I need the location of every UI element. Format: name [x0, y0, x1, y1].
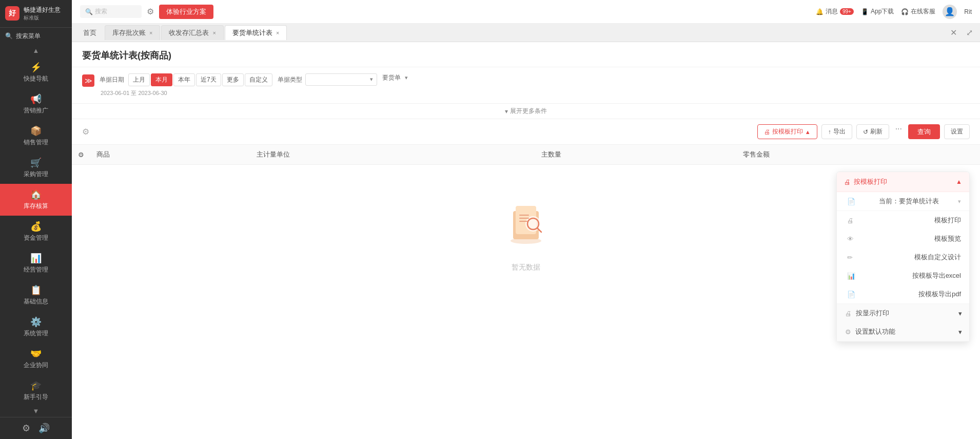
sidebar-item-operations[interactable]: 📊 经营管理 — [0, 247, 72, 279]
dropdown-items-section: 🖨 模板打印 👁 模板预览 ✏ 模板自定义设计 📊 按模板导出excel — [837, 211, 969, 304]
bell-icon: 🔔 — [816, 8, 824, 15]
sidebar-item-label-newbie: 新手引导 — [24, 393, 48, 402]
app-download-btn[interactable]: 📱 App下载 — [861, 7, 894, 16]
print-icon: 🖨 — [764, 128, 770, 136]
sidebar-item-label-quick-nav: 快捷导航 — [24, 74, 48, 83]
sidebar: 好 畅捷通好生意 标准版 🔍 搜索菜单 ▲ ⚡ 快捷导航 📢 营销推广 📦 销售… — [0, 0, 72, 439]
app-title-group: 畅捷通好生意 标准版 — [24, 6, 61, 21]
scroll-down-btn[interactable]: ▼ — [0, 405, 72, 417]
filter-expand-btn[interactable]: ≫ — [82, 74, 94, 87]
date-btn-this-month[interactable]: 本月 — [151, 73, 172, 86]
settings-bottom-icon[interactable]: ⚙ — [22, 423, 30, 434]
dropdown-item-template-excel[interactable]: 📊 按模板导出excel — [837, 266, 969, 285]
dropdown-header[interactable]: 🖨 按模板打印 ▲ — [837, 172, 969, 192]
doc-type-select-container — [305, 73, 377, 86]
main-content: 🔍 搜索 ⚙ 体验行业方案 🔔 消息 99+ 📱 App下载 🎧 在线客服 👤 … — [72, 0, 980, 439]
app-logo: 好 畅捷通好生意 标准版 — [0, 0, 72, 28]
tab-receivable-summary[interactable]: 收发存汇总表 × — [161, 25, 223, 40]
query-config-icon: ⚙ — [82, 127, 89, 137]
dropdown-item-template-custom[interactable]: ✏ 模板自定义设计 — [837, 248, 969, 266]
date-btn-custom[interactable]: 自定义 — [245, 73, 272, 86]
print-dropdown: 🖨 按模板打印 ▲ 📄 当前：要货单统计表 ▾ 🖨 模板打印 — [836, 171, 970, 342]
sidebar-item-quick-nav[interactable]: ⚡ 快捷导航 — [0, 56, 72, 88]
search-menu[interactable]: 🔍 搜索菜单 — [0, 28, 72, 45]
dropdown-item-template-preview[interactable]: 👁 模板预览 — [837, 230, 969, 248]
export-btn[interactable]: ↑ 导出 — [821, 124, 852, 139]
more-options-btn[interactable]: ··· — [893, 124, 904, 139]
table-col-quantity: 主数量 — [535, 145, 737, 165]
sidebar-item-system[interactable]: ⚙️ 系统管理 — [0, 311, 72, 343]
avatar[interactable]: 👤 — [943, 5, 957, 19]
print-btn-label: 按模板打印 — [772, 127, 803, 136]
dropdown-item-template-pdf[interactable]: 📄 按模板导出pdf — [837, 285, 969, 303]
close-tab-btn[interactable]: ✕ — [947, 27, 960, 39]
notification-label: 消息 — [826, 7, 838, 16]
date-filter-group: 单据日期 上月 本月 本年 近7天 更多 自定义 2023-06-01 至 20… — [100, 73, 272, 97]
sidebar-item-collab[interactable]: 🤝 企业协同 — [0, 343, 72, 375]
topbar-search-icon: 🔍 — [85, 8, 93, 15]
table-settings-icon[interactable]: ⚙ — [78, 151, 84, 159]
current-item-icon: 📄 — [847, 198, 855, 205]
date-btn-last-month[interactable]: 上月 — [128, 73, 150, 86]
app-download-label: App下载 — [871, 7, 894, 16]
template-excel-label: 按模板导出excel — [912, 271, 961, 280]
tab-order-stats-close[interactable]: × — [276, 30, 279, 36]
display-print-group-left: 🖨 按显示打印 — [845, 309, 889, 318]
sidebar-item-inventory[interactable]: 🏠 库存核算 — [0, 184, 72, 216]
purchase-icon: 🛒 — [30, 157, 42, 168]
tab-home[interactable]: 首页 — [76, 26, 104, 40]
tab-inventory-batch[interactable]: 库存批次账 × — [105, 25, 160, 40]
sidebar-item-basic[interactable]: 📋 基础信息 — [0, 279, 72, 311]
headset-icon: 🎧 — [901, 8, 909, 15]
marketing-icon: 📢 — [30, 93, 42, 105]
doc-type-select[interactable] — [305, 73, 377, 86]
template-print-icon: 🖨 — [847, 217, 854, 224]
export-btn-label: 导出 — [833, 127, 846, 136]
notifications-btn[interactable]: 🔔 消息 99+ — [816, 7, 854, 16]
data-table: ⚙ 商品 主计量单位 主数量 零售金额 — [72, 145, 980, 165]
online-service-btn[interactable]: 🎧 在线客服 — [901, 7, 935, 16]
tab-order-stats[interactable]: 要货单统计表 × — [225, 25, 287, 40]
collab-icon: 🤝 — [30, 348, 42, 359]
sidebar-bottom: ⚙ 🔊 — [0, 417, 72, 439]
maximize-btn[interactable]: ⤢ — [963, 27, 976, 39]
print-btn[interactable]: 🖨 按模板打印 ▲ — [757, 124, 817, 139]
sidebar-item-newbie[interactable]: 🎓 新手引导 — [0, 375, 72, 405]
topbar-gear-icon[interactable]: ⚙ — [147, 7, 154, 16]
tab-receivable-summary-close[interactable]: × — [212, 30, 215, 36]
current-item-chevron: ▾ — [958, 198, 961, 205]
display-print-icon: 🖨 — [845, 310, 852, 317]
sidebar-item-label-system: 系统管理 — [24, 329, 48, 338]
scroll-up-btn[interactable]: ▲ — [0, 45, 72, 56]
template-preview-label: 模板预览 — [934, 234, 961, 243]
query-btn[interactable]: 查询 — [908, 124, 940, 139]
sidebar-item-label-operations: 经营管理 — [24, 265, 48, 274]
dropdown-current-item[interactable]: 📄 当前：要货单统计表 ▾ — [837, 192, 969, 211]
dropdown-item-template-print[interactable]: 🖨 模板打印 — [837, 211, 969, 230]
sidebar-item-sales[interactable]: 📦 销售管理 — [0, 120, 72, 152]
date-btn-7days[interactable]: 近7天 — [196, 73, 221, 86]
dropdown-display-print-group[interactable]: 🖨 按显示打印 ▾ — [837, 304, 969, 322]
doc-type-filter: 单据类型 — [278, 73, 377, 86]
date-btn-more[interactable]: 更多 — [222, 73, 244, 86]
topbar-search[interactable]: 🔍 搜索 — [80, 5, 142, 18]
speaker-icon[interactable]: 🔊 — [38, 423, 50, 434]
sidebar-item-label-basic: 基础信息 — [24, 297, 48, 306]
dropdown-default-func-group[interactable]: ⚙ 设置默认功能 ▾ — [837, 322, 969, 341]
order-type-dropdown-icon: ▾ — [405, 74, 408, 81]
filter-more-bar[interactable]: ▾ 展开更多条件 — [72, 104, 980, 119]
date-range-display: 2023-06-01 至 2023-06-30 — [100, 89, 272, 97]
sidebar-item-finance[interactable]: 💰 资金管理 — [0, 216, 72, 247]
dropdown-header-chevron: ▲ — [956, 178, 962, 185]
sidebar-item-marketing[interactable]: 📢 营销推广 — [0, 88, 72, 120]
date-btn-this-year[interactable]: 本年 — [173, 73, 195, 86]
tab-inventory-batch-close[interactable]: × — [149, 30, 152, 36]
topbar: 🔍 搜索 ⚙ 体验行业方案 🔔 消息 99+ 📱 App下载 🎧 在线客服 👤 … — [72, 0, 980, 24]
trial-btn[interactable]: 体验行业方案 — [159, 5, 213, 19]
settings-btn[interactable]: 设置 — [944, 124, 970, 139]
quick-nav-icon: ⚡ — [30, 62, 42, 73]
topbar-right: 🔔 消息 99+ 📱 App下载 🎧 在线客服 👤 Rit — [816, 5, 972, 19]
refresh-btn[interactable]: ↺ 刷新 — [856, 124, 889, 139]
sidebar-item-purchase[interactable]: 🛒 采购管理 — [0, 152, 72, 184]
template-custom-label: 模板自定义设计 — [914, 253, 961, 262]
